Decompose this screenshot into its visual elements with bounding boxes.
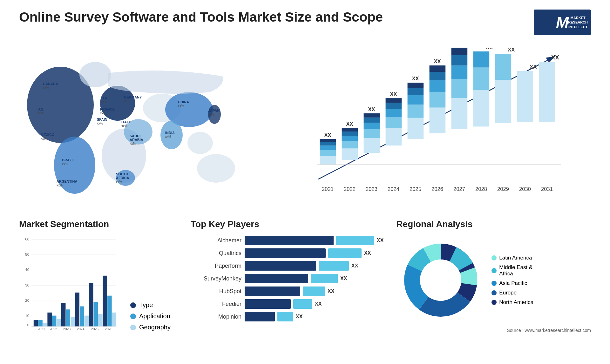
svg-text:2025: 2025 — [91, 327, 99, 331]
svg-text:2026: 2026 — [105, 327, 112, 331]
svg-text:2022: 2022 — [344, 186, 356, 192]
donut-svg — [396, 236, 485, 325]
svg-rect-91 — [451, 65, 468, 79]
svg-rect-130 — [47, 313, 52, 327]
regional-container: Regional Analysis — [396, 219, 591, 346]
player-bar-hubspot-light — [303, 286, 325, 296]
svg-rect-54 — [342, 148, 358, 160]
application-dot — [130, 313, 136, 319]
svg-rect-148 — [112, 313, 117, 327]
player-row-qualtrics: Qualtrics XX — [191, 248, 383, 258]
svg-rect-102 — [495, 54, 512, 80]
svg-text:AFRICA: AFRICA — [116, 176, 129, 180]
player-bar-paperform-dark — [245, 261, 316, 271]
regional-title: Regional Analysis — [396, 219, 591, 229]
player-bar-hubspot-dark — [245, 286, 300, 296]
player-name-alchemer: Alchemer — [191, 237, 241, 244]
player-row-surveymonkey: SurveyMonkey XX — [191, 274, 383, 283]
player-bar-feedier-dark — [245, 299, 291, 309]
player-bar-paperform-light — [319, 261, 349, 271]
svg-rect-126 — [34, 320, 38, 326]
svg-text:2029: 2029 — [497, 186, 509, 192]
svg-rect-84 — [430, 80, 446, 92]
reg-legend-europe: Europe — [491, 290, 533, 296]
svg-text:10: 10 — [25, 313, 29, 318]
svg-text:0: 0 — [27, 323, 29, 327]
player-bar-container-hubspot: XX — [245, 286, 334, 296]
svg-text:xx%: xx% — [62, 162, 68, 166]
svg-text:60: 60 — [25, 237, 29, 241]
svg-rect-127 — [38, 320, 43, 326]
svg-rect-72 — [386, 98, 402, 103]
type-dot — [130, 302, 136, 308]
svg-text:XX: XX — [346, 121, 353, 127]
svg-rect-86 — [430, 65, 446, 72]
seg-svg: 60 50 40 30 20 10 0 — [19, 236, 121, 331]
reg-dot-asia-pacific — [491, 281, 497, 286]
application-label: Application — [139, 313, 170, 320]
svg-text:XX: XX — [390, 91, 397, 97]
svg-text:XX: XX — [324, 132, 331, 138]
svg-rect-128 — [43, 323, 47, 327]
reg-dot-middle-east — [491, 268, 497, 273]
svg-text:xx%: xx% — [130, 142, 136, 145]
player-row-paperform: Paperform XX — [191, 261, 383, 271]
svg-point-155 — [420, 260, 461, 301]
regional-legend: Latin America Middle East &Africa Asia P… — [491, 255, 533, 306]
player-xx-qualtrics: XX — [364, 250, 371, 256]
geography-label: Geography — [139, 324, 171, 331]
svg-rect-70 — [386, 109, 402, 117]
svg-rect-62 — [364, 129, 380, 138]
svg-rect-108 — [539, 62, 555, 122]
svg-text:XX: XX — [434, 58, 441, 64]
seg-legend: Type Application Geography — [130, 301, 171, 331]
svg-text:30: 30 — [25, 283, 29, 287]
svg-rect-90 — [451, 79, 468, 98]
svg-text:U.K.: U.K. — [101, 96, 108, 100]
player-bar-mopinion-dark — [245, 312, 275, 321]
svg-text:XX: XX — [486, 48, 493, 51]
svg-text:2022: 2022 — [50, 327, 57, 331]
svg-text:xx%: xx% — [43, 86, 49, 90]
svg-point-11 — [187, 132, 213, 154]
svg-rect-69 — [386, 117, 402, 128]
svg-rect-77 — [408, 95, 424, 104]
player-bar-container-surveymonkey: XX — [245, 274, 347, 283]
segmentation-title: Market Segmentation — [19, 219, 178, 229]
key-players-container: Top Key Players Alchemer XX Qualtrics — [191, 219, 383, 346]
player-xx-mopinion: XX — [296, 314, 302, 320]
svg-rect-47 — [320, 156, 336, 165]
svg-text:2023: 2023 — [366, 186, 377, 192]
segmentation-container: Market Segmentation 60 50 40 30 20 10 0 — [19, 219, 178, 346]
svg-rect-89 — [451, 98, 468, 129]
svg-text:xx%: xx% — [37, 111, 44, 115]
svg-rect-49 — [320, 145, 336, 150]
svg-text:xx%: xx% — [178, 104, 184, 108]
map-container: CANADA xx% U.S. xx% MEXICO xx% BRAZIL xx… — [19, 41, 267, 206]
reg-legend-middle-east: Middle East &Africa — [491, 264, 533, 277]
svg-rect-55 — [342, 141, 358, 148]
svg-rect-48 — [320, 150, 336, 156]
svg-rect-57 — [342, 131, 358, 136]
svg-rect-85 — [430, 72, 446, 80]
legend-item-application: Application — [130, 313, 171, 320]
player-bar-container-alchemer: XX — [245, 236, 383, 245]
svg-rect-93 — [451, 48, 468, 55]
svg-rect-78 — [408, 88, 424, 95]
player-name-paperform: Paperform — [191, 263, 241, 269]
logo-m-icon: M — [556, 14, 569, 31]
logo-box: M MARKET RESEARCH INTELLECT — [534, 10, 591, 35]
page-container: Online Survey Software and Tools Market … — [0, 0, 610, 364]
player-xx-paperform: XX — [351, 263, 358, 269]
player-name-mopinion: Mopinion — [191, 313, 241, 320]
svg-rect-134 — [61, 303, 66, 327]
reg-legend-asia-pacific: Asia Pacific — [491, 280, 533, 286]
reg-label-middle-east: Middle East &Africa — [499, 264, 532, 277]
svg-text:INDIA: INDIA — [165, 131, 175, 135]
svg-rect-63 — [364, 123, 380, 129]
svg-rect-50 — [320, 142, 336, 145]
player-row-feedier: Feedier XX — [191, 299, 383, 309]
svg-point-9 — [160, 121, 183, 149]
svg-rect-61 — [364, 138, 380, 153]
svg-text:BRAZIL: BRAZIL — [62, 158, 75, 162]
